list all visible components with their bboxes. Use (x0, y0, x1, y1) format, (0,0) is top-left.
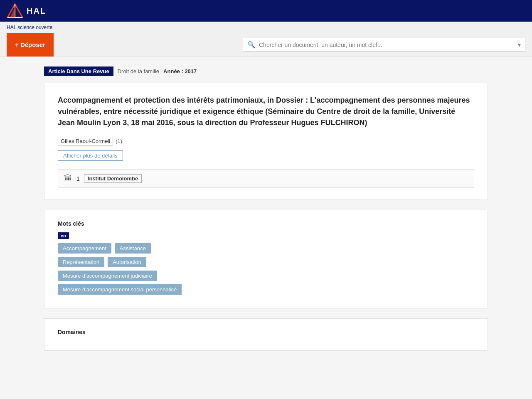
institution-tag[interactable]: Institut Demolombe (84, 174, 142, 183)
keyword-tag-1[interactable]: Assistance (115, 243, 151, 254)
article-title: Accompagnement et protection des intérêt… (58, 95, 474, 128)
keywords-row-3: Mesure d'accompagnement judiciaire (58, 271, 474, 281)
search-dropdown-icon[interactable]: ▾ (518, 42, 521, 48)
doc-year-text: Année : 2017 (163, 68, 197, 74)
hal-science-link[interactable]: HAL science ouverte (7, 25, 52, 30)
keyword-tag-5[interactable]: Mesure d'accompagnement social personnal… (58, 284, 182, 295)
main-header: HAL (0, 0, 532, 22)
keyword-tag-2[interactable]: Représentation (58, 257, 104, 267)
search-container: 🔍 ▾ (243, 38, 525, 52)
keyword-tag-0[interactable]: Accompagnement (58, 243, 111, 254)
toolbar: + Déposer 🔍 ▾ (0, 33, 532, 57)
author-tag[interactable]: Gilles Raoul-Cormeil (58, 137, 113, 145)
author-number: (1) (116, 138, 122, 144)
sub-header: HAL science ouverte (0, 22, 532, 33)
domains-section: Domaines (44, 318, 488, 351)
institution-number: 1 (76, 175, 80, 182)
keywords-title: Mots clés (58, 220, 474, 227)
institution-row: 🏛 1 Institut Demolombe (58, 169, 474, 188)
doc-type-row: Article Dans Une Revue Droit de la famil… (44, 66, 488, 76)
keywords-row: Accompagnement Assistance (58, 243, 474, 254)
search-icon: 🔍 (247, 41, 256, 49)
lang-badge: en (58, 232, 69, 239)
logo-container[interactable]: HAL (7, 3, 46, 18)
doc-domain-text: Droit de la famille (118, 68, 159, 74)
hal-logo-icon (7, 3, 23, 18)
hal-logo-text: HAL (27, 6, 46, 16)
keyword-tag-3[interactable]: Autorisation (108, 257, 146, 267)
search-input[interactable] (259, 42, 518, 48)
deposit-button[interactable]: + Déposer (7, 33, 54, 57)
author-row: Gilles Raoul-Cormeil (1) (58, 137, 474, 145)
main-content: Article Dans Une Revue Droit de la famil… (37, 57, 495, 361)
keywords-row-2: Représentation Autorisation (58, 257, 474, 267)
institution-icon: 🏛 (64, 174, 72, 183)
keyword-tag-4[interactable]: Mesure d'accompagnement judiciaire (58, 271, 157, 281)
doc-type-badge: Article Dans Une Revue (44, 66, 113, 76)
article-card: Accompagnement et protection des intérêt… (44, 83, 488, 200)
details-button[interactable]: Afficher plus de détails (58, 150, 123, 161)
keywords-section: Mots clés en Accompagnement Assistance R… (44, 210, 488, 308)
keywords-row-4: Mesure d'accompagnement social personnal… (58, 284, 474, 295)
domains-title: Domaines (58, 329, 474, 335)
